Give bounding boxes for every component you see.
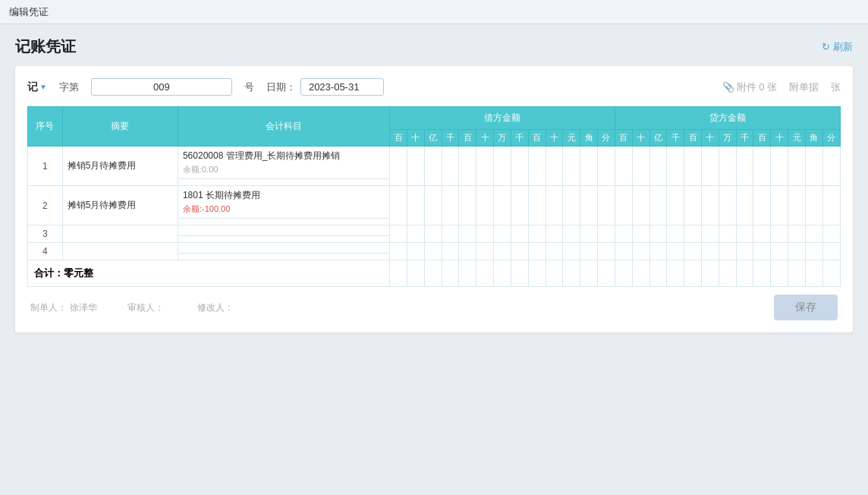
credit-digit-cell[interactable] bbox=[736, 186, 753, 225]
debit-digit-cell[interactable] bbox=[580, 225, 598, 243]
debit-digit-cell[interactable] bbox=[407, 147, 424, 186]
debit-digit-cell[interactable] bbox=[563, 147, 580, 186]
debit-digit-cell[interactable] bbox=[511, 225, 528, 243]
credit-digit-cell[interactable] bbox=[632, 186, 649, 225]
debit-digit-cell[interactable] bbox=[511, 147, 528, 186]
debit-digit-cell[interactable] bbox=[390, 186, 407, 225]
debit-digit-cell[interactable] bbox=[459, 243, 476, 260]
credit-digit-cell[interactable] bbox=[736, 243, 753, 260]
account-cell[interactable] bbox=[178, 225, 389, 236]
credit-digit-cell[interactable] bbox=[719, 225, 736, 243]
debit-digit-cell[interactable] bbox=[580, 243, 598, 260]
debit-digit-cell[interactable] bbox=[546, 147, 563, 186]
account-cell[interactable]: 1801 长期待摊费用余额:-100.00 bbox=[178, 186, 389, 219]
debit-digit-cell[interactable] bbox=[580, 186, 598, 225]
credit-digit-cell[interactable] bbox=[684, 186, 702, 225]
credit-digit-cell[interactable] bbox=[822, 243, 840, 260]
credit-digit-cell[interactable] bbox=[684, 243, 702, 260]
debit-digit-cell[interactable] bbox=[459, 147, 476, 186]
save-button[interactable]: 保存 bbox=[774, 295, 838, 320]
debit-digit-cell[interactable] bbox=[598, 243, 615, 260]
credit-digit-cell[interactable] bbox=[788, 243, 806, 260]
debit-digit-cell[interactable] bbox=[424, 186, 442, 225]
credit-digit-cell[interactable] bbox=[615, 243, 632, 260]
summary-cell[interactable] bbox=[62, 225, 178, 243]
refresh-button[interactable]: ↻ 刷新 bbox=[822, 40, 853, 54]
debit-digit-cell[interactable] bbox=[476, 243, 494, 260]
credit-digit-cell[interactable] bbox=[632, 243, 649, 260]
credit-digit-cell[interactable] bbox=[667, 225, 684, 243]
debit-digit-cell[interactable] bbox=[442, 186, 459, 225]
attach-single[interactable]: 附单据 bbox=[789, 80, 819, 94]
credit-digit-cell[interactable] bbox=[684, 225, 702, 243]
debit-digit-cell[interactable] bbox=[459, 186, 476, 225]
credit-digit-cell[interactable] bbox=[632, 225, 649, 243]
credit-digit-cell[interactable] bbox=[719, 147, 736, 186]
debit-digit-cell[interactable] bbox=[494, 225, 511, 243]
debit-digit-cell[interactable] bbox=[528, 225, 546, 243]
debit-digit-cell[interactable] bbox=[598, 186, 615, 225]
credit-digit-cell[interactable] bbox=[615, 186, 632, 225]
credit-digit-cell[interactable] bbox=[649, 186, 667, 225]
credit-digit-cell[interactable] bbox=[736, 225, 753, 243]
debit-digit-cell[interactable] bbox=[476, 186, 494, 225]
account-cell[interactable] bbox=[178, 243, 389, 254]
credit-digit-cell[interactable] bbox=[805, 225, 822, 243]
debit-digit-cell[interactable] bbox=[390, 243, 407, 260]
debit-digit-cell[interactable] bbox=[494, 186, 511, 225]
summary-cell[interactable]: 摊销5月待摊费用 bbox=[62, 147, 178, 186]
date-input[interactable] bbox=[300, 78, 384, 96]
credit-digit-cell[interactable] bbox=[719, 243, 736, 260]
credit-digit-cell[interactable] bbox=[736, 147, 753, 186]
credit-digit-cell[interactable] bbox=[615, 225, 632, 243]
debit-digit-cell[interactable] bbox=[407, 225, 424, 243]
debit-digit-cell[interactable] bbox=[390, 147, 407, 186]
voucher-type-dropdown[interactable]: ▼ bbox=[39, 83, 47, 91]
debit-digit-cell[interactable] bbox=[424, 243, 442, 260]
debit-digit-cell[interactable] bbox=[598, 225, 615, 243]
debit-digit-cell[interactable] bbox=[580, 147, 598, 186]
debit-digit-cell[interactable] bbox=[424, 147, 442, 186]
account-cell[interactable]: 56020008 管理费用_长期待摊费用摊销余额:0.00 bbox=[178, 147, 389, 179]
credit-digit-cell[interactable] bbox=[771, 225, 788, 243]
debit-digit-cell[interactable] bbox=[511, 186, 528, 225]
debit-digit-cell[interactable] bbox=[528, 243, 546, 260]
debit-digit-cell[interactable] bbox=[476, 225, 494, 243]
debit-digit-cell[interactable] bbox=[528, 147, 546, 186]
debit-digit-cell[interactable] bbox=[563, 243, 580, 260]
credit-digit-cell[interactable] bbox=[753, 186, 771, 225]
voucher-number-input[interactable] bbox=[91, 78, 232, 96]
debit-digit-cell[interactable] bbox=[390, 225, 407, 243]
debit-digit-cell[interactable] bbox=[442, 147, 459, 186]
credit-digit-cell[interactable] bbox=[649, 147, 667, 186]
credit-digit-cell[interactable] bbox=[753, 147, 771, 186]
debit-digit-cell[interactable] bbox=[511, 243, 528, 260]
credit-digit-cell[interactable] bbox=[805, 243, 822, 260]
debit-digit-cell[interactable] bbox=[563, 225, 580, 243]
credit-digit-cell[interactable] bbox=[753, 243, 771, 260]
debit-digit-cell[interactable] bbox=[459, 225, 476, 243]
credit-digit-cell[interactable] bbox=[615, 147, 632, 186]
credit-digit-cell[interactable] bbox=[771, 147, 788, 186]
credit-digit-cell[interactable] bbox=[702, 225, 719, 243]
credit-digit-cell[interactable] bbox=[822, 147, 840, 186]
credit-digit-cell[interactable] bbox=[649, 225, 667, 243]
debit-digit-cell[interactable] bbox=[494, 147, 511, 186]
credit-digit-cell[interactable] bbox=[788, 147, 806, 186]
credit-digit-cell[interactable] bbox=[649, 243, 667, 260]
debit-digit-cell[interactable] bbox=[407, 243, 424, 260]
debit-digit-cell[interactable] bbox=[442, 243, 459, 260]
credit-digit-cell[interactable] bbox=[702, 186, 719, 225]
credit-digit-cell[interactable] bbox=[667, 147, 684, 186]
debit-digit-cell[interactable] bbox=[546, 225, 563, 243]
credit-digit-cell[interactable] bbox=[719, 186, 736, 225]
debit-digit-cell[interactable] bbox=[546, 243, 563, 260]
debit-digit-cell[interactable] bbox=[563, 186, 580, 225]
debit-digit-cell[interactable] bbox=[528, 186, 546, 225]
credit-digit-cell[interactable] bbox=[702, 243, 719, 260]
credit-digit-cell[interactable] bbox=[771, 186, 788, 225]
summary-cell[interactable] bbox=[62, 243, 178, 260]
credit-digit-cell[interactable] bbox=[753, 225, 771, 243]
credit-digit-cell[interactable] bbox=[667, 243, 684, 260]
debit-digit-cell[interactable] bbox=[598, 147, 615, 186]
